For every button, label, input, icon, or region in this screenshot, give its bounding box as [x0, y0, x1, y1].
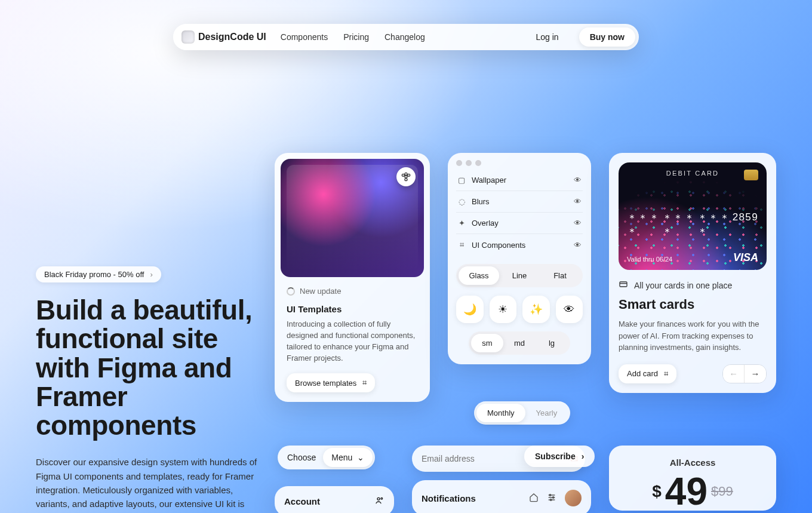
- card-nav-arrows: ← →: [722, 364, 767, 383]
- price-row: $ 49 99: [619, 472, 767, 511]
- chevron-right-icon: ›: [582, 451, 585, 461]
- smart-cards-card: DEBIT CARD ＊＊＊＊ ＊＊＊＊ ＊＊＊＊ 2859 Valid thr…: [609, 153, 776, 393]
- image-icon: ▢: [457, 176, 466, 185]
- promo-pill[interactable]: Black Friday promo - 50% off ›: [36, 266, 161, 282]
- debit-card-visual: DEBIT CARD ＊＊＊＊ ＊＊＊＊ ＊＊＊＊ 2859 Valid thr…: [619, 162, 767, 270]
- seg-sm[interactable]: sm: [471, 334, 503, 352]
- style-segment: Glass Line Flat: [456, 264, 583, 287]
- menu-label: Menu: [331, 453, 352, 462]
- svg-point-7: [381, 497, 383, 499]
- eye-icon[interactable]: 👁: [574, 176, 582, 185]
- grid-icon: ⌗: [457, 240, 466, 250]
- seg-flat[interactable]: Flat: [540, 266, 580, 285]
- smart-title: Smart cards: [619, 297, 767, 312]
- subscribe-button[interactable]: Subscribe ›: [524, 446, 595, 467]
- seg-md[interactable]: md: [503, 334, 536, 352]
- nav-link-components[interactable]: Components: [281, 32, 328, 42]
- window-traffic-lights: [456, 160, 583, 166]
- templates-title: UI Templates: [287, 304, 418, 314]
- layer-label: Overlay: [472, 219, 499, 228]
- auto-icon[interactable]: ✨: [522, 296, 550, 323]
- layer-label: UI Components: [472, 241, 525, 250]
- users-icon: [375, 496, 385, 507]
- svg-point-2: [405, 179, 407, 181]
- access-title: All-Access: [619, 457, 767, 468]
- subscribe-label: Subscribe: [535, 451, 576, 461]
- grid-icon: ⌗: [362, 378, 367, 388]
- hero: Black Friday promo - 50% off › Build a b…: [36, 266, 263, 513]
- chip-icon: [744, 170, 758, 180]
- card-number: ＊＊＊＊ ＊＊＊＊ ＊＊＊＊ 2859: [627, 211, 758, 239]
- seg-line[interactable]: Line: [499, 266, 540, 285]
- eye-icon[interactable]: 👁: [574, 197, 582, 206]
- seg-lg[interactable]: lg: [536, 334, 568, 352]
- visa-logo: VISA: [733, 251, 758, 264]
- hero-body: Discover our expansive design system wit…: [36, 455, 263, 513]
- account-card[interactable]: Account: [275, 486, 394, 513]
- svg-rect-5: [620, 282, 627, 287]
- period-yearly[interactable]: Yearly: [525, 404, 568, 422]
- svg-point-3: [402, 174, 404, 176]
- chevron-right-icon: ›: [150, 270, 152, 279]
- currency-symbol: $: [652, 482, 662, 501]
- update-badge: New update: [287, 287, 418, 296]
- theme-icon-row: 🌙 ☀ ✨ 👁: [456, 296, 583, 323]
- svg-point-9: [552, 496, 554, 498]
- avatar[interactable]: [565, 490, 582, 506]
- layer-label: Wallpaper: [472, 176, 506, 185]
- layer-blurs[interactable]: ◌ Blurs 👁: [456, 191, 583, 213]
- layer-overlay[interactable]: ✦ Overlay 👁: [456, 213, 583, 234]
- arrow-left-button[interactable]: ←: [723, 365, 745, 383]
- svg-point-10: [550, 499, 552, 500]
- choose-label: Choose: [287, 453, 316, 462]
- price-value: 49: [665, 472, 708, 511]
- nav-link-changelog[interactable]: Changelog: [385, 32, 425, 42]
- templates-thumbnail[interactable]: [281, 159, 424, 277]
- card-valid: Valid thru 06/24: [627, 256, 672, 263]
- browse-templates-label: Browse templates: [295, 379, 356, 388]
- notifications-title: Notifications: [422, 493, 521, 503]
- grid-icon: ⌗: [664, 369, 668, 379]
- figma-icon: [396, 167, 416, 186]
- layer-ui-components[interactable]: ⌗ UI Components 👁: [456, 234, 583, 256]
- sparkle-icon: ✦: [457, 219, 466, 228]
- nav-links: Components Pricing Changelog: [281, 32, 425, 42]
- controls-card: ▢ Wallpaper 👁 ◌ Blurs 👁 ✦ Overlay 👁 ⌗ UI…: [448, 153, 591, 364]
- buy-now-button[interactable]: Buy now: [579, 27, 635, 47]
- add-card-label: Add card: [627, 369, 658, 378]
- droplet-icon: ◌: [457, 197, 466, 206]
- spinner-icon: [287, 287, 295, 296]
- choose-chip: Choose Menu ⌄: [278, 446, 375, 469]
- browse-templates-button[interactable]: Browse templates ⌗: [287, 373, 375, 392]
- notifications-card: Notifications: [412, 480, 591, 513]
- update-badge-text: New update: [300, 287, 341, 296]
- login-link[interactable]: Log in: [536, 32, 559, 42]
- layer-wallpaper[interactable]: ▢ Wallpaper 👁: [456, 170, 583, 191]
- brand[interactable]: DesignCode UI: [182, 30, 266, 44]
- templates-desc: Introducing a collection of fully design…: [287, 319, 418, 364]
- billing-period-toggle: Monthly Yearly: [474, 401, 570, 425]
- seg-glass[interactable]: Glass: [459, 266, 499, 285]
- layer-label: Blurs: [472, 197, 490, 206]
- top-nav: DesignCode UI Components Pricing Changel…: [173, 24, 639, 50]
- preview-icon[interactable]: 👁: [556, 296, 583, 323]
- ui-templates-card: New update UI Templates Introducing a co…: [275, 153, 430, 402]
- home-icon[interactable]: [529, 493, 539, 504]
- eye-icon[interactable]: 👁: [574, 241, 582, 250]
- period-monthly[interactable]: Monthly: [476, 404, 525, 422]
- add-card-button[interactable]: Add card ⌗: [619, 364, 676, 383]
- svg-point-1: [405, 173, 407, 175]
- price-old: 99: [711, 484, 733, 499]
- promo-text: Black Friday promo - 50% off: [44, 270, 144, 279]
- eye-icon[interactable]: 👁: [574, 219, 582, 228]
- svg-point-6: [377, 497, 380, 500]
- all-access-card: All-Access $ 49 99: [609, 446, 776, 511]
- moon-icon[interactable]: 🌙: [456, 296, 484, 323]
- account-title: Account: [284, 496, 320, 506]
- sun-icon[interactable]: ☀: [490, 296, 517, 323]
- sliders-icon[interactable]: [547, 493, 556, 504]
- menu-dropdown[interactable]: Menu ⌄: [323, 448, 373, 467]
- arrow-right-button[interactable]: →: [745, 365, 766, 383]
- nav-link-pricing[interactable]: Pricing: [343, 32, 369, 42]
- size-segment: sm md lg: [469, 331, 570, 355]
